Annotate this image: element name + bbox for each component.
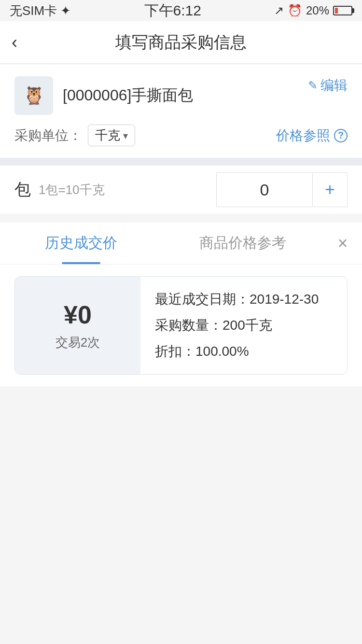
status-left: 无SIM卡 ✦ xyxy=(10,2,71,19)
card-discount-value: 100.00% xyxy=(195,344,249,359)
chevron-down-icon: ▾ xyxy=(123,130,128,141)
back-button[interactable]: ‹ xyxy=(12,32,17,53)
tab-history-label: 历史成交价 xyxy=(45,233,117,253)
page-title: 填写商品采购信息 xyxy=(115,31,247,54)
price-ref-button[interactable]: 价格参照 ? xyxy=(276,126,348,145)
location-icon: ↗ xyxy=(274,4,284,17)
section-divider xyxy=(0,158,362,166)
card-left: ¥0 交易2次 xyxy=(15,277,140,374)
card-date-label: 最近成交日期： xyxy=(155,292,250,307)
product-left: 🦉 [0000006]手撕面包 xyxy=(14,76,193,115)
qty-left: 包 1包=10千克 xyxy=(14,179,105,201)
alarm-icon: ⏰ xyxy=(288,4,302,17)
status-bar: 无SIM卡 ✦ 下午6:12 ↗ ⏰ 20% xyxy=(0,0,362,21)
help-icon: ? xyxy=(334,129,348,142)
card-price: ¥0 xyxy=(64,300,92,329)
battery-indicator xyxy=(333,6,352,15)
unit-value: 千克 xyxy=(95,127,120,144)
carrier-text: 无SIM卡 ✦ xyxy=(10,2,71,19)
status-time: 下午6:12 xyxy=(144,1,201,21)
battery-percent: 20% xyxy=(306,4,329,17)
nav-bar: ‹ 填写商品采购信息 xyxy=(0,21,362,64)
card-discount-row: 折扣：100.00% xyxy=(155,342,333,361)
tab-close-button[interactable]: × xyxy=(323,233,362,253)
card-date-row: 最近成交日期：2019-12-30 xyxy=(155,290,333,308)
product-meta: 采购单位： 千克 ▾ 价格参照 ? xyxy=(14,125,348,146)
panel-tabs: 历史成交价 商品价格参考 × ¥0 交易2次 最近成交日期：2019-12-30… xyxy=(0,222,362,386)
history-card: ¥0 交易2次 最近成交日期：2019-12-30 采购数量：200千克 折扣：… xyxy=(14,276,348,375)
qty-unit-label: 包 xyxy=(14,179,31,201)
product-logo-icon: 🦉 xyxy=(23,85,45,106)
card-section: ¥0 交易2次 最近成交日期：2019-12-30 采购数量：200千克 折扣：… xyxy=(0,265,362,386)
tab-price-ref-label: 商品价格参考 xyxy=(199,233,286,253)
tabs-row: 历史成交价 商品价格参考 × xyxy=(0,222,362,265)
card-right: 最近成交日期：2019-12-30 采购数量：200千克 折扣：100.00% xyxy=(140,277,347,374)
plus-button[interactable]: + xyxy=(313,172,348,207)
qty-input-group: + xyxy=(216,172,348,207)
card-quantity-value: 200千克 xyxy=(223,318,272,333)
card-quantity-label: 采购数量： xyxy=(155,318,223,333)
quantity-section: 包 1包=10千克 + xyxy=(0,166,362,214)
edit-button[interactable]: ✎ 编辑 xyxy=(308,76,348,95)
card-trades: 交易2次 xyxy=(56,334,100,351)
card-quantity-row: 采购数量：200千克 xyxy=(155,316,333,335)
status-right: ↗ ⏰ 20% xyxy=(274,4,352,17)
card-date-value: 2019-12-30 xyxy=(250,292,319,307)
price-ref-label: 价格参照 xyxy=(276,126,330,145)
product-section: 🦉 [0000006]手撕面包 ✎ 编辑 采购单位： 千克 ▾ 价格参照 ? xyxy=(0,65,362,158)
unit-label: 采购单位： xyxy=(14,126,82,145)
unit-select[interactable]: 千克 ▾ xyxy=(88,125,135,146)
edit-icon: ✎ xyxy=(308,79,318,92)
product-logo: 🦉 xyxy=(14,76,53,115)
product-header: 🦉 [0000006]手撕面包 ✎ 编辑 xyxy=(14,76,348,115)
tab-history-price[interactable]: 历史成交价 xyxy=(0,222,162,264)
quantity-input[interactable] xyxy=(216,172,313,207)
product-name: [0000006]手撕面包 xyxy=(63,85,193,106)
edit-label: 编辑 xyxy=(320,76,348,95)
tab-price-ref[interactable]: 商品价格参考 xyxy=(162,222,323,264)
card-discount-label: 折扣： xyxy=(155,344,195,359)
unit-row: 采购单位： 千克 ▾ xyxy=(14,125,135,146)
qty-conversion: 1包=10千克 xyxy=(39,182,105,198)
